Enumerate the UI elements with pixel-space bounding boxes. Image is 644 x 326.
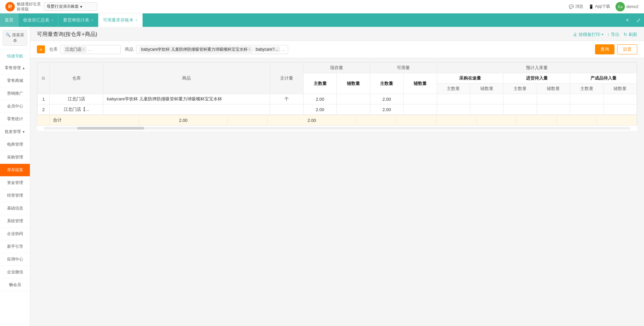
- total-prod-main: [556, 115, 597, 125]
- row2-pt-aux: [470, 104, 503, 115]
- app-download-icon: 📱: [589, 4, 594, 9]
- expand-filter-button[interactable]: »: [37, 45, 45, 53]
- sidebar-item-member-center[interactable]: 会员中心: [0, 100, 30, 113]
- row2-avail-aux: [404, 104, 437, 115]
- total-prod-aux: [597, 115, 637, 125]
- sidebar-item-retail-stats[interactable]: 零售统计: [0, 113, 30, 126]
- sidebar-item-finance[interactable]: 资金管理: [0, 177, 30, 189]
- total-empty-settings: [37, 115, 49, 125]
- settings-col-header: ⚙: [38, 63, 50, 94]
- refresh-button[interactable]: ↻ 刷新: [624, 32, 637, 38]
- row2-no: 2: [38, 104, 50, 115]
- warehouse-input[interactable]: 江北门店 × ...: [60, 45, 121, 54]
- table-settings-icon[interactable]: ⚙: [41, 76, 46, 81]
- row1-avail-main: 2.00: [370, 94, 403, 104]
- print-template-button[interactable]: 🖨 按模板打印 ▾: [573, 32, 603, 38]
- pt-main-header: 主数量: [437, 84, 470, 94]
- prod-aux-header: 辅数量: [603, 84, 637, 94]
- warehouse-label: 仓库: [49, 46, 58, 52]
- product-more-dots[interactable]: ...: [281, 47, 285, 52]
- warehouse-more-dots[interactable]: ...: [88, 47, 92, 52]
- table-container: ⚙ 仓库 商品 主计量 现存量 可用量 预计入库量 主数量 辅数量: [30, 58, 644, 326]
- sidebar-item-operations[interactable]: 经营管理: [0, 189, 30, 202]
- warehouse-col-header: 仓库: [50, 63, 103, 94]
- tab-receive-summary[interactable]: 收发存汇总表 ×: [18, 13, 58, 27]
- close-tab-receive[interactable]: ×: [51, 18, 53, 22]
- app-download-action[interactable]: 📱 App下载: [589, 4, 610, 9]
- sidebar-item-member-service[interactable]: 畅会员: [0, 279, 30, 291]
- close-tab-available[interactable]: ×: [136, 18, 138, 22]
- horizontal-scrollbar[interactable]: [37, 126, 637, 131]
- tab-home[interactable]: 首页: [0, 13, 18, 27]
- fullscreen-toggle[interactable]: ⤢: [633, 17, 644, 24]
- production-pending-header: 产成品待入量: [570, 73, 637, 84]
- row2-stock-aux: [337, 104, 370, 115]
- sidebar-item-basic-info[interactable]: 基础信息: [0, 202, 30, 215]
- sidebar-item-app-center[interactable]: 应用中心: [0, 253, 30, 266]
- product-tag-2: babycare?...: [254, 47, 280, 52]
- sidebar-item-wholesale-mgmt[interactable]: 批发管理 ▼: [0, 126, 30, 138]
- tab-order-stats[interactable]: 要货单统计表 ×: [58, 13, 98, 27]
- expand-arrow-icon: ▲: [22, 66, 25, 70]
- page-actions: 🖨 按模板打印 ▾ ↑ 导出 ↻ 刷新: [573, 32, 638, 38]
- sidebar: 🔍 搜索菜单 快捷导航 零售管理 ▲ 零售商城 营销推广 会员中心 零售统计 批…: [0, 27, 30, 326]
- total-pp-main: [476, 115, 517, 125]
- industry-selector[interactable]: 母婴行业演示账套 ▾: [44, 2, 97, 11]
- pp-main-header: 主数量: [503, 84, 537, 94]
- top-bar: 好 畅捷通好生意 标准版 母婴行业演示账套 ▾ 💬 消息 📱 App下载 Ea …: [0, 0, 644, 13]
- search-menu-button[interactable]: 🔍 搜索菜单: [3, 30, 27, 46]
- chevron-down-icon: ▾: [80, 4, 82, 9]
- product-col-header: 商品: [103, 63, 270, 94]
- scroll-thumb[interactable]: [77, 127, 144, 130]
- row1-stock-main: 2.00: [303, 94, 336, 104]
- purchase-transit-header: 采购在途量: [437, 73, 503, 84]
- close-all-tabs[interactable]: ×: [622, 17, 633, 23]
- nav-tabs: 首页 收发存汇总表 × 要货单统计表 × 可用量库存账本 × × ⤢: [0, 13, 644, 27]
- warehouse-tag-close[interactable]: ×: [83, 48, 85, 51]
- row2-prod-aux: [603, 104, 637, 115]
- sidebar-item-ecommerce[interactable]: 电商管理: [0, 138, 30, 151]
- sidebar-item-newbie[interactable]: 新手引导: [0, 240, 30, 253]
- page-header: 可用量查询(按仓库+商品) 🖨 按模板打印 ▾ ↑ 导出 ↻ 刷新: [30, 27, 644, 41]
- close-tab-order[interactable]: ×: [91, 18, 93, 22]
- stock-header: 现存量: [303, 63, 370, 73]
- sidebar-item-enterprise-collab[interactable]: 企业协同: [0, 228, 30, 240]
- warehouse-tag: 江北门店 ×: [63, 46, 87, 53]
- settings-button[interactable]: 设置: [617, 44, 637, 54]
- sidebar-item-marketing[interactable]: 营销推广: [0, 87, 30, 100]
- stock-main-header: 主数量: [303, 73, 336, 94]
- row2-pp-aux: [537, 104, 570, 115]
- sidebar-item-enterprise-wechat[interactable]: 企业微信: [0, 266, 30, 279]
- product-input[interactable]: babycare学饮杯 儿童防摔防撞吸管杯重力球吸嘴杯宝宝水杯 × babyca…: [136, 45, 288, 54]
- row2-warehouse: 江北门店【...: [50, 104, 103, 115]
- avail-aux-header: 辅数量: [404, 73, 437, 94]
- message-action[interactable]: 💬 消息: [569, 4, 583, 9]
- user-profile[interactable]: Ea demo2: [615, 2, 639, 11]
- row1-pp-aux: [537, 94, 570, 104]
- row1-prod-main: [570, 94, 603, 104]
- row1-pt-main: [437, 94, 470, 104]
- row2-pt-main: [437, 104, 470, 115]
- stock-aux-header: 辅数量: [337, 73, 370, 94]
- table-row: 2 江北门店【... 2.00 2.00: [38, 104, 637, 115]
- sidebar-item-retail-mgmt[interactable]: 零售管理 ▲: [0, 62, 30, 75]
- product-label: 商品: [125, 46, 133, 52]
- product-tag1-close[interactable]: ×: [249, 48, 251, 51]
- row1-avail-aux: [404, 94, 437, 104]
- quick-nav-area: 快捷导航: [0, 49, 30, 62]
- sidebar-item-inventory[interactable]: 库存核算: [0, 164, 30, 177]
- row2-product: [103, 104, 270, 115]
- sidebar-item-retail-mall[interactable]: 零售商城: [0, 75, 30, 87]
- sidebar-item-system-mgmt[interactable]: 系统管理: [0, 215, 30, 228]
- sidebar-item-purchase-mgmt[interactable]: 采购管理: [0, 151, 30, 164]
- content-area: 可用量查询(按仓库+商品) 🖨 按模板打印 ▾ ↑ 导出 ↻ 刷新 »: [30, 27, 644, 326]
- query-button[interactable]: 查询: [595, 44, 614, 54]
- export-button[interactable]: ↑ 导出: [607, 32, 620, 38]
- quick-nav-link[interactable]: 快捷导航: [3, 52, 27, 60]
- refresh-icon: ↻: [624, 32, 627, 37]
- total-avail-aux: [356, 115, 396, 125]
- scroll-track: [44, 127, 631, 130]
- avatar: Ea: [615, 2, 625, 11]
- total-pt-aux: [436, 115, 477, 125]
- tab-available-stock[interactable]: 可用量库存账本 ×: [98, 13, 143, 27]
